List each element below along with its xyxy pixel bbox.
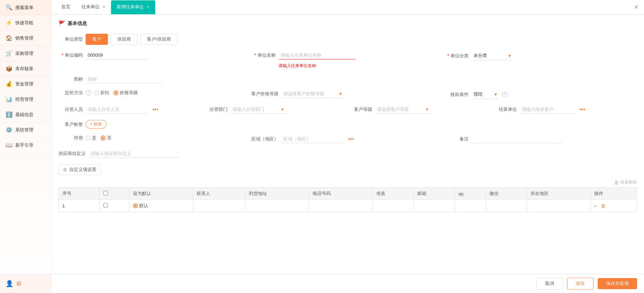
sidebar-item-label: 资金管理 xyxy=(15,81,33,87)
row-add-icon[interactable]: + xyxy=(594,203,597,209)
user-icon[interactable]: 👤 xyxy=(6,280,13,287)
unit-code-input[interactable] xyxy=(86,51,148,59)
manager-group: 分管人员 ••• xyxy=(58,105,203,114)
main-close-icon[interactable]: ✕ xyxy=(633,2,640,12)
customer-level-input[interactable] xyxy=(375,105,431,114)
btn-customer[interactable]: 客户 xyxy=(86,34,108,45)
flag-icon: 🚩 xyxy=(58,20,65,27)
col-phone: 电话号码 xyxy=(309,188,373,200)
sidebar-item-inventory[interactable]: 📦 库存核算 xyxy=(0,61,51,76)
disabled-yes-radio[interactable]: 是 xyxy=(86,135,96,141)
pricing-radio-level[interactable]: 价格等级 xyxy=(113,90,138,96)
customize-settings-btn[interactable]: ⚙ 自定义项设置 xyxy=(58,164,101,175)
cell-contact xyxy=(193,200,245,212)
btn-supplier[interactable]: 供应商 xyxy=(111,34,138,45)
region-input[interactable] xyxy=(281,135,344,143)
payment-terms-wrapper: 现结 ▼ xyxy=(471,90,499,99)
sidebar-item-finance[interactable]: 💰 资金管理 xyxy=(0,76,51,92)
col-address: 到货地址 xyxy=(245,188,309,200)
settings-icon[interactable]: ⚙ xyxy=(16,280,22,287)
region-group: 区域（地区） ••• xyxy=(251,135,444,143)
default-radio-circle xyxy=(133,203,138,208)
basic-icon: ℹ️ xyxy=(6,111,13,118)
footer-bar: 取消 保存 保存并新增 xyxy=(52,274,644,293)
save-new-button[interactable]: 保存并新增 xyxy=(598,278,637,289)
sidebar-item-basic[interactable]: ℹ️ 基础信息 xyxy=(0,107,51,122)
unit-category-select-wrapper: 未分类 ▼ xyxy=(471,51,513,60)
disabled-no-radio[interactable]: 否 xyxy=(101,135,111,141)
tab-new-partner-close[interactable]: ✕ xyxy=(147,5,150,9)
table-header: 序号 设为默认 联系人 到货地址 电话号码 传真 邮箱 qq 微信 所在地区 操… xyxy=(59,188,637,200)
short-name-group: 简称 xyxy=(58,75,637,83)
btn-both[interactable]: 客户/供应商 xyxy=(140,34,178,45)
manager-input[interactable] xyxy=(86,105,148,114)
payment-terms-value: 现结 xyxy=(471,90,499,99)
save-button[interactable]: 保存 xyxy=(567,278,594,290)
cell-fax xyxy=(373,200,414,212)
cell-qq xyxy=(455,200,486,212)
customer-level-wrapper: ▼ xyxy=(375,105,431,114)
sidebar-item-search[interactable]: 🔍 搜索菜单 xyxy=(0,0,51,15)
cancel-button[interactable]: 取消 xyxy=(536,278,563,290)
supplier-custom-row: 供应商自定义 xyxy=(58,149,637,158)
sidebar-item-label: 采购管理 xyxy=(15,50,33,57)
sidebar-item-system[interactable]: ⚙️ 系统管理 xyxy=(0,122,51,138)
col-checkbox xyxy=(100,188,129,200)
unit-code-label: 单位编码 xyxy=(58,52,83,58)
row-checkbox[interactable] xyxy=(103,203,108,207)
default-radio[interactable]: 默认 xyxy=(133,203,189,209)
supplier-custom-label: 供应商自定义 xyxy=(58,150,86,157)
tab-partner-list-close[interactable]: ✕ xyxy=(102,5,105,9)
supplier-custom-input[interactable] xyxy=(88,149,179,158)
quick-nav-icon: ⚡ xyxy=(6,19,13,26)
sidebar-item-quicknav[interactable]: ⚡ 快捷导航 xyxy=(0,15,51,31)
tab-home[interactable]: 首页 xyxy=(56,0,76,14)
sidebar-item-purchase[interactable]: 🛒 采购管理 xyxy=(0,46,51,61)
col-fax: 传真 xyxy=(373,188,414,200)
beginner-icon: 📖 xyxy=(6,142,13,148)
pricing-radio-discount[interactable]: 折扣 xyxy=(94,90,109,96)
col-region: 所在地区 xyxy=(527,188,590,200)
table-body: 1 默认 xyxy=(59,200,637,212)
cell-checkbox xyxy=(100,200,129,212)
tab-new-partner[interactable]: 新增往来单位 ✕ xyxy=(111,0,155,14)
sidebar-item-sales[interactable]: 🏠 销售管理 xyxy=(0,31,51,46)
col-seq: 序号 xyxy=(59,188,100,200)
remark-input[interactable] xyxy=(471,135,562,143)
dept-input[interactable] xyxy=(230,105,286,114)
contact-table: 序号 设为默认 联系人 到货地址 电话号码 传真 邮箱 qq 微信 所在地区 操… xyxy=(58,187,637,212)
sidebar-item-beginner[interactable]: 📖 新手引导 xyxy=(0,138,51,153)
main-area: 首页 往来单位 ✕ 新增往来单位 ✕ ✕ 🚩 基本信息 单位类型 客户 供应商 … xyxy=(52,0,644,293)
sidebar-bottom: 👤 ⚙ xyxy=(0,274,51,293)
payment-help-icon[interactable]: ? xyxy=(502,92,508,97)
short-name-label: 简称 xyxy=(58,76,83,82)
customer-price-level-group: 客户价格等级 ▼ xyxy=(251,90,444,98)
region-dots-icon[interactable]: ••• xyxy=(347,136,355,142)
settlement-input[interactable] xyxy=(520,105,575,114)
batch-delete-label[interactable]: 批量删除 xyxy=(620,179,637,185)
select-all-checkbox[interactable] xyxy=(103,191,108,195)
disabled-row: 停用 是 否 区域（地区） ••• 备注 xyxy=(58,135,637,143)
manager-label: 分管人员 xyxy=(58,106,83,113)
unit-category-group: 单位分类 未分类 ▼ xyxy=(444,51,637,60)
system-icon: ⚙️ xyxy=(6,127,13,133)
manager-row: 分管人员 ••• 分管部门 ▼ 客户等级 ▼ 结算单位 xyxy=(58,105,637,114)
customer-price-level-input[interactable] xyxy=(281,90,344,98)
manager-dots-icon[interactable]: ••• xyxy=(151,106,160,113)
settlement-dots-icon[interactable]: ••• xyxy=(578,106,587,113)
row-delete-icon[interactable]: 🗑 xyxy=(601,203,605,209)
unit-code-group: 单位编码 xyxy=(58,51,251,59)
tab-partner-list[interactable]: 往来单位 ✕ xyxy=(76,0,111,14)
short-name-input[interactable] xyxy=(86,75,162,83)
customer-tag-add-btn[interactable]: + 标签 xyxy=(86,120,107,129)
unit-category-value: 未分类 xyxy=(471,51,513,60)
dept-group: 分管部门 ▼ xyxy=(203,105,348,114)
unit-name-group: 单位名称 请输入往来单位名称 xyxy=(251,51,444,69)
col-action: 操作 xyxy=(590,188,637,200)
payment-terms-label: 收款条件 xyxy=(444,91,469,98)
batch-delete-icon: 🗑 xyxy=(614,180,619,185)
sidebar-item-ops[interactable]: 📊 经营管理 xyxy=(0,92,51,107)
pricing-help-icon[interactable]: ? xyxy=(86,90,91,96)
unit-name-input[interactable] xyxy=(278,51,355,59)
settlement-label: 结算单位 xyxy=(493,106,517,113)
